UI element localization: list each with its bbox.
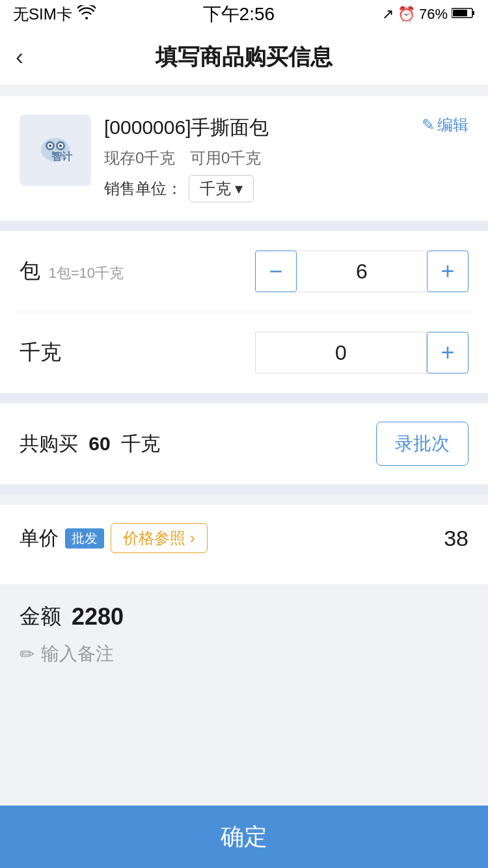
kg-increment-button[interactable]: + [427, 332, 468, 373]
pack-quantity-input[interactable] [297, 251, 427, 292]
product-card: 智计 [0000006]手撕面包 现存0千克 可用0千克 销售单位： 千克 ▾ … [0, 96, 488, 221]
price-label-group: 单价 批发 价格参照 › [20, 523, 208, 553]
pack-quantity-control: − + [255, 251, 468, 292]
pack-label: 包 [20, 259, 40, 282]
divider-1 [0, 221, 488, 231]
product-unit-row: 销售单位： 千克 ▾ [104, 175, 468, 202]
edit-icon: ✎ [422, 116, 435, 134]
status-bar: 无SIM卡 下午2:56 ↗ ⏰ 76% [0, 0, 488, 29]
status-right: ↗ ⏰ 76% [382, 6, 475, 23]
confirm-button[interactable]: 确定 [0, 806, 488, 868]
pack-input-row: 包 1包=10千克 − + [20, 231, 468, 312]
kg-label: 千克 [20, 340, 61, 364]
amount-value: 2280 [72, 603, 124, 631]
svg-rect-2 [453, 10, 467, 16]
status-time: 下午2:56 [203, 2, 275, 27]
pack-sublabel: 1包=10千克 [48, 265, 124, 281]
pencil-icon: ✏ [20, 644, 34, 665]
pack-label-group: 包 1包=10千克 [20, 257, 124, 286]
divider-3 [0, 484, 488, 495]
product-stock: 现存0千克 可用0千克 [104, 148, 468, 169]
amount-row: 金额 2280 [20, 603, 468, 631]
remark-row[interactable]: ✏ 输入备注 [20, 642, 468, 679]
wifi-icon [77, 5, 96, 23]
kg-quantity-control: + [255, 332, 468, 373]
edit-button[interactable]: ✎ 编辑 [422, 115, 468, 135]
product-name: [0000006]手撕面包 [104, 115, 468, 141]
wholesale-badge: 批发 [65, 528, 104, 549]
unit-selector[interactable]: 千克 ▾ [189, 175, 254, 202]
back-button[interactable]: ‹ [16, 44, 23, 71]
status-left: 无SIM卡 [13, 4, 96, 25]
product-info: [0000006]手撕面包 现存0千克 可用0千克 销售单位： 千克 ▾ [104, 115, 468, 202]
pack-increment-button[interactable]: + [427, 251, 468, 292]
kg-quantity-input[interactable] [255, 332, 427, 373]
price-row: 单价 批发 价格参照 › 38 [20, 523, 468, 553]
price-section: 单价 批发 价格参照 › 38 [0, 505, 488, 584]
svg-rect-1 [472, 11, 474, 15]
product-thumbnail: 智计 [20, 115, 91, 186]
record-batch-button[interactable]: 录批次 [376, 422, 468, 466]
location-icon: ↗ [382, 6, 394, 23]
alarm-icon: ⏰ [398, 6, 415, 23]
total-row: 共购买 60 千克 录批次 [0, 403, 488, 484]
battery-text: 76% [419, 6, 448, 23]
dropdown-icon: ▾ [235, 180, 243, 198]
carrier-text: 无SIM卡 [13, 4, 72, 25]
divider-2 [0, 393, 488, 403]
svg-point-9 [59, 144, 62, 147]
page-title: 填写商品购买信息 [156, 42, 332, 72]
remark-placeholder: 输入备注 [41, 642, 114, 666]
pack-decrement-button[interactable]: − [255, 251, 297, 292]
total-text: 共购买 60 千克 [20, 431, 160, 457]
amount-section: 金额 2280 ✏ 输入备注 [0, 584, 488, 679]
kg-label-group: 千克 [20, 338, 61, 367]
svg-text:智计: 智计 [51, 151, 73, 162]
nav-bar: ‹ 填写商品购买信息 [0, 29, 488, 86]
product-logo-icon: 智计 [36, 130, 75, 171]
kg-input-row: 千克 + [20, 312, 468, 393]
svg-point-8 [49, 144, 51, 147]
battery-icon [452, 6, 475, 23]
input-section: 包 1包=10千克 − + 千克 + [0, 231, 488, 393]
price-reference-button[interactable]: 价格参照 › [111, 523, 208, 553]
price-value: 38 [444, 526, 468, 551]
